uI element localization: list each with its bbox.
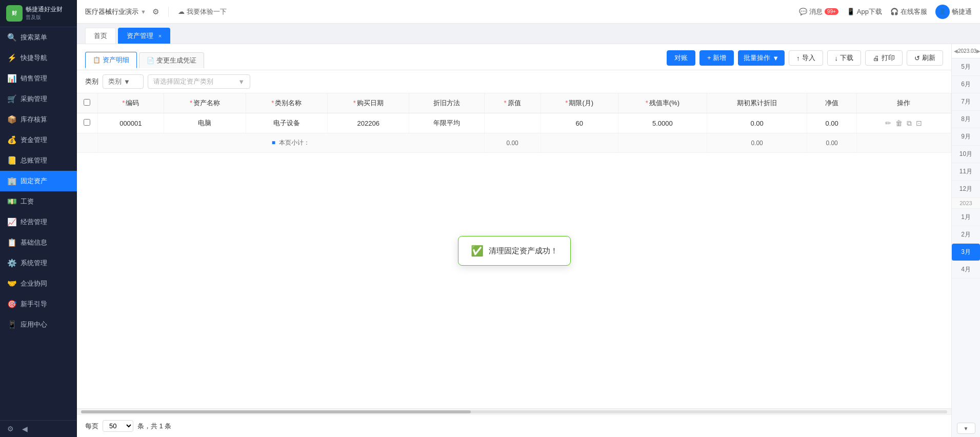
row-name: 电脑: [164, 113, 246, 133]
scroll-thumb: [81, 410, 471, 413]
cal-month-3-current[interactable]: 3月: [952, 244, 980, 261]
logo-text-block: 畅捷通好业财 普及版: [26, 6, 63, 21]
tab-asset-mgmt[interactable]: 资产管理 ×: [118, 28, 170, 44]
select-all-checkbox[interactable]: [84, 99, 90, 106]
cal-month-7[interactable]: 7月: [952, 93, 980, 111]
row-actions-cell: ✏ 🗑 ⧉ ⊡: [856, 113, 951, 133]
tab-asset-mgmt-label: 资产管理: [127, 32, 153, 39]
user-avatar-button[interactable]: 👤 畅捷通: [935, 5, 972, 19]
main-area: 医疗器械行业演示 ▼ ⚙ ☁ 我要体验一下 💬 消息 99+ 📱 App下载 🎧…: [77, 0, 980, 437]
collapse-icon[interactable]: ◀: [22, 425, 28, 433]
sidebar-item-label: 应用中心: [21, 320, 47, 329]
cal-year-2023: 2023: [952, 198, 980, 209]
calendar-bottom: ▼: [952, 420, 980, 437]
table-row: 000001 电脑 电子设备 202206 年限平均 60 5.0000 0.0…: [77, 113, 951, 133]
payroll-icon: 💵: [7, 197, 16, 206]
cal-month-2[interactable]: 2月: [952, 226, 980, 244]
right-panel-header: ◀ 2023.03 ▶: [952, 44, 980, 58]
row-checkbox[interactable]: [84, 119, 90, 126]
sidebar-item-purchase[interactable]: 🛒采购管理: [0, 89, 77, 109]
sidebar-item-label: 总账管理: [21, 156, 47, 165]
download-button[interactable]: ↓ 下载: [827, 50, 862, 66]
sub-tab-asset-detail[interactable]: 📋 资产明细: [85, 52, 137, 68]
settings-icon[interactable]: ⚙: [7, 425, 14, 433]
per-page-select[interactable]: 50 100 200: [103, 420, 133, 432]
sidebar-item-system[interactable]: ⚙️系统管理: [0, 253, 77, 273]
sidebar-item-quick-nav[interactable]: ⚡快捷导航: [0, 48, 77, 68]
sidebar-item-sales[interactable]: 📊销售管理: [0, 68, 77, 89]
print-icon: 🖨: [873, 54, 879, 62]
company-name: 医疗器械行业演示: [85, 7, 138, 16]
print-label: 打印: [882, 53, 895, 63]
sidebar-item-operation[interactable]: 📈经营管理: [0, 212, 77, 232]
panel-next-arrow-icon[interactable]: ▶: [976, 48, 980, 54]
pagination: 每页 50 100 200 条，共 1 条: [77, 414, 951, 437]
horizontal-scrollbar[interactable]: [77, 408, 951, 414]
message-button[interactable]: 💬 消息 99+: [799, 7, 838, 16]
sidebar-item-search[interactable]: 🔍搜索菜单: [0, 27, 77, 48]
sidebar-item-app-center[interactable]: 📱应用中心: [0, 314, 77, 335]
cal-month-4[interactable]: 4月: [952, 261, 980, 279]
sidebar-item-cooperation[interactable]: 🤝企业协同: [0, 273, 77, 294]
batch-ops-button[interactable]: 批量操作 ▼: [738, 50, 785, 66]
panel-prev-arrow-icon[interactable]: ◀: [954, 48, 958, 54]
sidebar-item-finance[interactable]: 💰资金管理: [0, 130, 77, 150]
refresh-button[interactable]: ↺ 刷新: [907, 50, 943, 66]
col-purchase-date: *购买日期: [328, 93, 409, 113]
new-button[interactable]: + 新增: [699, 50, 734, 66]
col-code: *编码: [97, 93, 164, 113]
col-actions: 操作: [856, 93, 951, 113]
sidebar-item-guide[interactable]: 🎯新手引导: [0, 294, 77, 314]
tab-home[interactable]: 首页: [85, 28, 116, 44]
cal-month-5[interactable]: 5月: [952, 58, 980, 76]
sidebar-item-inventory[interactable]: 📦库存核算: [0, 109, 77, 130]
subtotal-original: 0.00: [484, 133, 541, 153]
row-purchase-date: 202206: [328, 113, 409, 133]
category-type-select[interactable]: 类别 ▼: [103, 74, 144, 89]
cal-month-9[interactable]: 9月: [952, 128, 980, 146]
copy-icon[interactable]: ⧉: [907, 119, 912, 128]
experience-button[interactable]: ☁ 我要体验一下: [178, 7, 227, 16]
delete-icon[interactable]: 🗑: [895, 119, 903, 128]
col-category: *类别名称: [246, 93, 327, 113]
calendar-list: 5月 6月 7月 8月 9月 10月 11月 12月 2023 1月 2月 3月…: [952, 58, 980, 420]
sidebar-item-fixed-assets[interactable]: 🏢固定资产: [0, 171, 77, 191]
sidebar-item-label: 固定资产: [21, 176, 47, 186]
col-dep-method: 折旧方法: [409, 93, 484, 113]
sidebar-item-ledger[interactable]: 📒总账管理: [0, 150, 77, 171]
settings-gear-icon[interactable]: ⚙: [152, 7, 159, 16]
print-button[interactable]: 🖨 打印: [865, 50, 903, 66]
cal-month-1[interactable]: 1月: [952, 209, 980, 226]
reconcile-button[interactable]: 对账: [667, 50, 695, 66]
sub-tab-gen-voucher[interactable]: 📄 变更生成凭证: [139, 52, 204, 68]
online-service-button[interactable]: 🎧 在线客服: [890, 7, 927, 16]
cal-month-8[interactable]: 8月: [952, 111, 980, 128]
app-download-label: App下载: [857, 7, 882, 16]
sidebar-item-label: 采购管理: [21, 94, 47, 104]
app-download-button[interactable]: 📱 App下载: [847, 7, 882, 16]
sidebar-item-payroll[interactable]: 💵工资: [0, 191, 77, 212]
sidebar-item-label: 系统管理: [21, 259, 47, 268]
import-button[interactable]: ↑ 导入: [789, 50, 823, 66]
tab-close-icon[interactable]: ×: [158, 33, 162, 39]
basic-info-icon: 📋: [7, 238, 16, 247]
row-original-value: [484, 113, 541, 133]
category-value-arrow-icon: ▼: [238, 78, 245, 86]
cal-down-icon[interactable]: ▼: [957, 423, 975, 434]
company-selector[interactable]: 医疗器械行业演示 ▼: [85, 7, 146, 16]
cal-month-11[interactable]: 11月: [952, 163, 980, 181]
sidebar-item-basic-info[interactable]: 📋基础信息: [0, 232, 77, 253]
more-icon[interactable]: ⊡: [916, 119, 922, 128]
success-toast: ✅ 清理固定资产成功！: [458, 236, 571, 266]
category-value-select[interactable]: 请选择固定资产类别 ▼: [148, 74, 250, 89]
assets-table-wrap: *编码 *资产名称 *类别名称 *购买日期 折旧方法 *原值 *期限(月) *残…: [77, 93, 951, 408]
category-type-label: 类别: [108, 77, 122, 86]
cal-month-12[interactable]: 12月: [952, 181, 980, 198]
sidebar-item-label: 销售管理: [21, 74, 47, 83]
service-icon: 🎧: [890, 8, 898, 15]
cal-month-10[interactable]: 10月: [952, 146, 980, 163]
cal-month-6[interactable]: 6月: [952, 76, 980, 93]
sales-icon: 📊: [7, 74, 16, 83]
tab-home-label: 首页: [94, 32, 107, 39]
edit-icon[interactable]: ✏: [885, 119, 891, 128]
